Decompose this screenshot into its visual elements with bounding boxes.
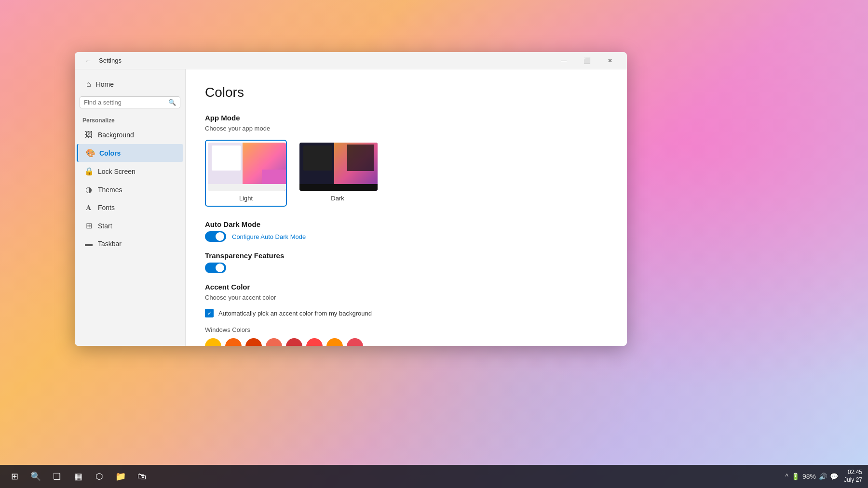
dark-preview-taskbar: [299, 184, 378, 191]
app-mode-subtitle: Choose your app mode: [205, 125, 608, 132]
taskbar-time-value: 02:45: [844, 469, 862, 476]
sidebar-item-lock-screen[interactable]: 🔒 Lock Screen: [77, 162, 183, 180]
task-view-icon: ❑: [53, 471, 61, 482]
light-mode-card[interactable]: Light: [205, 140, 287, 207]
windows-colors-label: Windows Colors: [205, 326, 608, 333]
sidebar-item-start[interactable]: ⊞ Start: [77, 217, 183, 235]
sidebar-item-background[interactable]: 🖼 Background: [77, 126, 183, 144]
color-swatch[interactable]: [205, 338, 221, 346]
sidebar-item-themes[interactable]: ◑ Themes: [77, 181, 183, 198]
dark-mode-label: Dark: [299, 195, 376, 202]
auto-dark-row: Configure Auto Dark Mode: [205, 231, 608, 242]
color-swatch[interactable]: [326, 338, 343, 346]
dark-preview-dark-block: [347, 145, 374, 171]
auto-dark-toggle[interactable]: [205, 231, 226, 242]
taskbar-search-icon: 🔍: [30, 471, 41, 482]
light-preview-bg: [208, 143, 286, 191]
sidebar-item-taskbar[interactable]: ▬ Taskbar: [77, 235, 183, 252]
window-title: Settings: [99, 57, 122, 64]
light-preview-taskbar: [208, 184, 286, 191]
taskbar-search-button[interactable]: 🔍: [27, 468, 44, 485]
accent-color-subtitle: Choose your accent color: [205, 294, 608, 301]
settings-window: ← Settings — ⬜ ✕ ⌂ Home 🔍 Personalize: [75, 52, 627, 346]
dark-preview-bg: [299, 143, 378, 191]
transparency-row: [205, 263, 608, 273]
taskbar-clock[interactable]: 02:45 July 27: [844, 469, 862, 484]
edge-icon: ⬡: [95, 471, 103, 482]
themes-icon: ◑: [84, 185, 93, 194]
transparency-toggle[interactable]: [205, 263, 226, 273]
mode-cards: Light Dark: [205, 140, 608, 207]
search-box[interactable]: 🔍: [80, 96, 180, 108]
store-icon: 🛍: [137, 472, 146, 482]
auto-dark-title: Auto Dark Mode: [205, 220, 608, 228]
dark-preview-window: [303, 145, 332, 171]
transparency-title: Transparency Features: [205, 251, 608, 260]
widgets-button[interactable]: ▦: [69, 468, 87, 485]
search-input[interactable]: [84, 99, 165, 106]
main-panel: Colors App Mode Choose your app mode: [186, 69, 627, 346]
color-swatch[interactable]: [266, 338, 282, 346]
home-label: Home: [96, 80, 114, 88]
lock-screen-icon: 🔒: [84, 167, 93, 176]
page-title: Colors: [205, 85, 608, 100]
sidebar-item-fonts[interactable]: 𝐀 Fonts: [77, 199, 183, 216]
taskbar-date-value: July 27: [844, 476, 862, 484]
titlebar-controls: — ⬜ ✕: [553, 53, 621, 68]
color-swatch[interactable]: [347, 338, 363, 346]
maximize-button[interactable]: ⬜: [576, 53, 598, 68]
taskbar-left: ⊞ 🔍 ❑ ▦ ⬡ 📁 🛍: [6, 468, 150, 485]
light-mode-preview: [208, 143, 286, 191]
fonts-icon: 𝐀: [84, 203, 93, 212]
sidebar-item-home[interactable]: ⌂ Home: [79, 76, 181, 92]
edge-button[interactable]: ⬡: [91, 468, 108, 485]
light-preview-window: [212, 145, 241, 171]
close-button[interactable]: ✕: [599, 53, 621, 68]
task-view-button[interactable]: ❑: [48, 468, 66, 485]
color-swatch[interactable]: [225, 338, 242, 346]
auto-accent-label: Automatically pick an accent color from …: [218, 310, 372, 317]
dark-mode-card[interactable]: Dark: [297, 140, 379, 207]
battery-icon: 🔋: [791, 473, 800, 480]
battery-percent: 98%: [802, 473, 816, 480]
notification-icon[interactable]: 💬: [830, 473, 838, 480]
search-icon: 🔍: [168, 99, 176, 106]
light-mode-label: Light: [208, 195, 284, 202]
color-swatch[interactable]: [245, 338, 262, 346]
color-swatch[interactable]: [306, 338, 323, 346]
sidebar-item-colors[interactable]: 🎨 Colors: [77, 144, 183, 162]
speaker-icon[interactable]: 🔊: [819, 473, 827, 480]
colors-icon: 🎨: [86, 148, 95, 158]
taskbar: ⊞ 🔍 ❑ ▦ ⬡ 📁 🛍 ^ 🔋 98% 🔊 💬 02:45: [0, 465, 868, 488]
accent-color-title: Accent Color: [205, 283, 608, 291]
light-preview-pink-bar: [262, 170, 286, 184]
start-icon: ⊞: [11, 471, 18, 482]
back-button[interactable]: ←: [81, 54, 95, 67]
configure-auto-dark-link[interactable]: Configure Auto Dark Mode: [232, 233, 306, 240]
sidebar: ⌂ Home 🔍 Personalize 🖼 Background 🎨 Colo…: [75, 69, 186, 346]
auto-accent-row: ✓ Automatically pick an accent color fro…: [205, 309, 608, 317]
minimize-button[interactable]: —: [553, 53, 575, 68]
background-icon: 🖼: [84, 131, 93, 139]
store-button[interactable]: 🛍: [133, 468, 150, 485]
start-icon: ⊞: [84, 221, 93, 230]
content-area: ⌂ Home 🔍 Personalize 🖼 Background 🎨 Colo…: [75, 69, 627, 346]
dark-mode-preview: [299, 143, 378, 191]
color-swatch[interactable]: [286, 338, 302, 346]
chevron-up-icon[interactable]: ^: [785, 473, 788, 480]
explorer-icon: 📁: [115, 471, 126, 482]
taskbar-right: ^ 🔋 98% 🔊 💬 02:45 July 27: [785, 469, 862, 484]
personalize-section-label: Personalize: [75, 112, 185, 126]
widgets-icon: ▦: [74, 471, 82, 482]
titlebar: ← Settings — ⬜ ✕: [75, 52, 627, 69]
app-mode-title: App Mode: [205, 114, 608, 122]
system-tray: ^ 🔋 98% 🔊 💬: [785, 473, 838, 480]
titlebar-left: ← Settings: [81, 54, 122, 67]
explorer-button[interactable]: 📁: [112, 468, 129, 485]
auto-accent-checkbox[interactable]: ✓: [205, 309, 214, 317]
color-grid-row1: [205, 338, 608, 346]
taskbar-icon: ▬: [84, 239, 93, 248]
home-icon: ⌂: [86, 80, 91, 89]
start-button[interactable]: ⊞: [6, 468, 23, 485]
